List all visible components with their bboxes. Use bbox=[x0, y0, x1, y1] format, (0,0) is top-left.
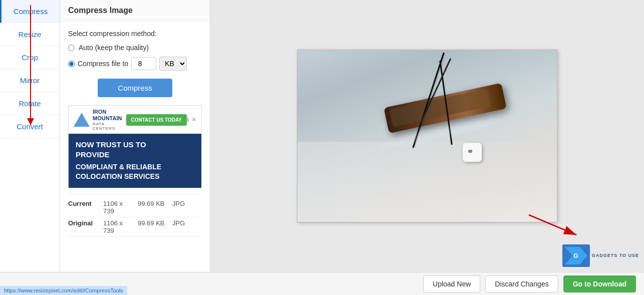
ad-info-icon[interactable]: ℹ bbox=[187, 116, 189, 123]
ad-subtitle: DATA CENTERS bbox=[93, 122, 126, 131]
info-current-dimensions: 1106 x 739 bbox=[103, 200, 133, 215]
ad-header: IRON MOUNTAIN DATA CENTERS CONTACT US TO… bbox=[69, 106, 201, 134]
info-original-label: Original bbox=[68, 219, 98, 234]
radio-compress-item[interactable]: Compress file to KB MB bbox=[68, 57, 202, 71]
ad-close-icon[interactable]: ✕ bbox=[191, 116, 196, 123]
ad-close-controls: ℹ ✕ bbox=[187, 116, 196, 123]
ad-banner: IRON MOUNTAIN DATA CENTERS CONTACT US TO… bbox=[68, 105, 202, 188]
compress-unit-select[interactable]: KB MB bbox=[159, 57, 187, 71]
info-current-size: 99.69 KB bbox=[138, 200, 167, 215]
compress-panel: Compress Image Select compression method… bbox=[60, 0, 210, 272]
radio-compress[interactable] bbox=[68, 61, 75, 67]
ad-line2: PROVIDE bbox=[76, 150, 110, 159]
watermark-text: GADGETS TO USE bbox=[592, 253, 639, 258]
info-current-label: Current bbox=[68, 200, 98, 215]
compress-button-label: Compress bbox=[118, 84, 152, 92]
ad-body-title: NOW TRUST US TO PROVIDE bbox=[76, 140, 194, 159]
info-original-format: JPG bbox=[172, 219, 202, 234]
compression-method-group: Auto (keep the quality) Compress file to… bbox=[68, 44, 202, 71]
section-label: Select compression method: bbox=[68, 30, 202, 38]
radio-auto-label: Auto (keep the quality) bbox=[79, 44, 149, 52]
sidebar: Compress Resize Crop Mirror Rotate Conve… bbox=[0, 0, 60, 272]
ad-logo-text-block: IRON MOUNTAIN DATA CENTERS bbox=[93, 109, 126, 131]
go-to-download-label: Go to Download bbox=[573, 280, 626, 288]
upload-new-button[interactable]: Upload New bbox=[423, 275, 480, 292]
info-original-dimensions: 1106 x 739 bbox=[103, 219, 133, 234]
discard-changes-button[interactable]: Discard Changes bbox=[485, 275, 558, 292]
ad-logo: IRON MOUNTAIN DATA CENTERS bbox=[74, 109, 126, 131]
watermark-logo-icon: G bbox=[562, 244, 590, 267]
preview-area: G GADGETS TO USE bbox=[210, 0, 644, 272]
panel-body: Select compression method: Auto (keep th… bbox=[60, 22, 210, 272]
compress-value-input[interactable] bbox=[131, 57, 156, 70]
info-row-original: Original 1106 x 739 99.69 KB JPG bbox=[68, 217, 202, 237]
section-label-text: Select compression method: bbox=[68, 30, 157, 38]
svg-text:G: G bbox=[573, 252, 578, 259]
ad-logo-triangle bbox=[74, 113, 90, 127]
annotation-arrow-sidebar bbox=[30, 5, 31, 125]
ad-contact-label: CONTACT US TODAY bbox=[131, 117, 182, 123]
discard-changes-label: Discard Changes bbox=[495, 280, 548, 288]
upload-new-label: Upload New bbox=[433, 280, 471, 288]
go-to-download-button[interactable]: Go to Download bbox=[563, 275, 636, 292]
footer: https://www.resizepixel.com/edit#Compres… bbox=[0, 272, 644, 295]
ad-contact-button[interactable]: CONTACT US TODAY bbox=[126, 114, 187, 126]
panel-title: Compress Image bbox=[60, 0, 210, 22]
ad-body: NOW TRUST US TO PROVIDE COMPLIANT & RELI… bbox=[69, 134, 201, 187]
preview-image bbox=[297, 50, 557, 222]
ad-company-name: IRON MOUNTAIN bbox=[93, 109, 126, 122]
ad-highlight: COMPLIANT & RELIABLE COLOCATION SERVICES bbox=[76, 162, 194, 180]
info-table: Current 1106 x 739 99.69 KB JPG Original… bbox=[68, 193, 202, 237]
info-row-current: Current 1106 x 739 99.69 KB JPG bbox=[68, 198, 202, 217]
ad-line1: NOW TRUST US TO bbox=[76, 140, 146, 149]
footer-url: https://www.resizepixel.com/edit#Compres… bbox=[0, 286, 127, 295]
info-original-size: 99.69 KB bbox=[138, 219, 167, 234]
radio-compress-label: Compress file to bbox=[78, 60, 128, 68]
compress-button[interactable]: Compress bbox=[98, 79, 172, 97]
watermark: G GADGETS TO USE bbox=[562, 244, 639, 267]
radio-auto[interactable] bbox=[68, 45, 75, 51]
info-current-format: JPG bbox=[172, 200, 202, 215]
panel-header-text: Compress Image bbox=[68, 6, 133, 15]
radio-auto-item[interactable]: Auto (keep the quality) bbox=[68, 44, 202, 52]
